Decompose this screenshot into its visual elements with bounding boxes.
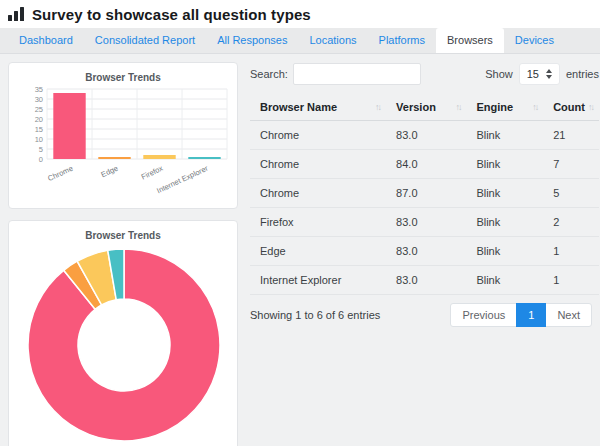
page-title: Survey to showcase all question types bbox=[32, 6, 311, 23]
sort-arrows-icon[interactable]: ↑↓ bbox=[588, 102, 599, 112]
column-label: Browser Name bbox=[260, 101, 337, 113]
table-cell: 21 bbox=[543, 121, 599, 150]
svg-text:20: 20 bbox=[35, 115, 43, 124]
previous-page-button[interactable]: Previous bbox=[450, 303, 517, 327]
tab-all-responses[interactable]: All Responses bbox=[206, 28, 298, 53]
show-label: Show bbox=[485, 68, 513, 80]
table-cell: 87.0 bbox=[386, 179, 466, 208]
bar-chart-card: Browser Trends 05101520253035ChromeEdgeF… bbox=[8, 62, 238, 209]
table-cell: Blink bbox=[466, 179, 543, 208]
sort-arrows-icon[interactable]: ↑↓ bbox=[532, 102, 543, 112]
column-header-browser-name[interactable]: Browser Name↑↓ bbox=[250, 94, 386, 121]
tab-bar: DashboardConsolidated ReportAll Response… bbox=[0, 28, 600, 54]
tab-platforms[interactable]: Platforms bbox=[368, 28, 436, 53]
table-cell: 84.0 bbox=[386, 150, 466, 179]
svg-text:15: 15 bbox=[35, 125, 43, 134]
svg-text:Edge: Edge bbox=[100, 164, 120, 180]
table-cell: Chrome bbox=[250, 150, 386, 179]
browser-trends-donut-chart bbox=[17, 243, 231, 446]
sort-arrows-icon[interactable]: ↑↓ bbox=[375, 102, 386, 112]
column-header-version[interactable]: Version↑↓ bbox=[386, 94, 466, 121]
table-cell: Blink bbox=[466, 237, 543, 266]
table-cell: Blink bbox=[466, 266, 543, 295]
content-area: Browser Trends 05101520253035ChromeEdgeF… bbox=[0, 54, 600, 446]
search-group: Search: bbox=[250, 63, 421, 85]
table-cell: 2 bbox=[543, 208, 599, 237]
table-footer: Showing 1 to 6 of 6 entries Previous 1 N… bbox=[250, 303, 599, 327]
table-cell: Internet Explorer bbox=[250, 266, 386, 295]
donut-chart-title: Browser Trends bbox=[17, 230, 229, 241]
tab-dashboard[interactable]: Dashboard bbox=[8, 28, 84, 53]
svg-text:Firefox: Firefox bbox=[140, 164, 165, 182]
table-row: Firefox83.0Blink2 bbox=[250, 208, 599, 237]
svg-text:30: 30 bbox=[35, 95, 43, 104]
tab-locations[interactable]: Locations bbox=[298, 28, 367, 53]
table-cell: 1 bbox=[543, 266, 599, 295]
tab-consolidated-report[interactable]: Consolidated Report bbox=[84, 28, 206, 53]
table-row: Chrome87.0Blink5 bbox=[250, 179, 599, 208]
bar-chart-title: Browser Trends bbox=[17, 72, 229, 83]
app-window: Survey to showcase all question types Da… bbox=[0, 0, 600, 446]
table-row: Chrome84.0Blink7 bbox=[250, 150, 599, 179]
table-cell: 1 bbox=[543, 237, 599, 266]
table-cell: Firefox bbox=[250, 208, 386, 237]
column-header-engine[interactable]: Engine↑↓ bbox=[466, 94, 543, 121]
tab-devices[interactable]: Devices bbox=[504, 28, 565, 53]
pagination: Previous 1 Next bbox=[450, 303, 592, 327]
table-cell: Edge bbox=[250, 237, 386, 266]
table-row: Internet Explorer83.0Blink1 bbox=[250, 266, 599, 295]
column-label: Version bbox=[396, 101, 436, 113]
table-cell: 7 bbox=[543, 150, 599, 179]
table-header-row: Browser Name↑↓Version↑↓Engine↑↓Count↑↓ bbox=[250, 94, 599, 121]
svg-text:35: 35 bbox=[35, 85, 43, 94]
table-info: Showing 1 to 6 of 6 entries bbox=[250, 309, 380, 321]
page-1-button[interactable]: 1 bbox=[516, 303, 546, 327]
entries-label: entries bbox=[566, 68, 599, 80]
svg-text:0: 0 bbox=[39, 155, 43, 164]
table-row: Edge83.0Blink1 bbox=[250, 237, 599, 266]
sort-arrows-icon[interactable]: ↑↓ bbox=[455, 102, 466, 112]
header: Survey to showcase all question types bbox=[0, 0, 600, 28]
donut-chart-card: Browser Trends bbox=[8, 220, 238, 446]
table-cell: 83.0 bbox=[386, 237, 466, 266]
svg-text:5: 5 bbox=[39, 145, 43, 154]
browsers-table: Browser Name↑↓Version↑↓Engine↑↓Count↑↓ C… bbox=[250, 94, 599, 295]
table-cell: Blink bbox=[466, 121, 543, 150]
svg-text:25: 25 bbox=[35, 105, 43, 114]
table-row: Chrome83.0Blink21 bbox=[250, 121, 599, 150]
table-cell: Chrome bbox=[250, 121, 386, 150]
page-size-group: Show 15 entries bbox=[485, 63, 599, 85]
column-label: Count bbox=[553, 101, 585, 113]
table-cell: Blink bbox=[466, 208, 543, 237]
charts-column: Browser Trends 05101520253035ChromeEdgeF… bbox=[0, 54, 246, 446]
table-controls: Search: Show 15 entries bbox=[250, 62, 599, 86]
table-section: Search: Show 15 entries Browser Name↑↓Ve… bbox=[246, 54, 600, 446]
svg-text:Internet Explorer: Internet Explorer bbox=[155, 163, 210, 195]
search-input[interactable] bbox=[293, 63, 421, 85]
select-arrows-icon bbox=[546, 69, 552, 79]
column-header-count[interactable]: Count↑↓ bbox=[543, 94, 599, 121]
column-label: Engine bbox=[476, 101, 513, 113]
bar-chart-icon bbox=[8, 7, 24, 21]
table-cell: 83.0 bbox=[386, 121, 466, 150]
search-label: Search: bbox=[250, 68, 288, 80]
next-page-button[interactable]: Next bbox=[545, 303, 592, 327]
browser-trends-bar-chart: 05101520253035ChromeEdgeFirefoxInternet … bbox=[17, 85, 231, 197]
table-cell: 83.0 bbox=[386, 266, 466, 295]
table-cell: Blink bbox=[466, 150, 543, 179]
table-cell: Chrome bbox=[250, 179, 386, 208]
svg-text:10: 10 bbox=[35, 135, 43, 144]
table-cell: 83.0 bbox=[386, 208, 466, 237]
tab-browsers[interactable]: Browsers bbox=[436, 28, 504, 53]
table-cell: 5 bbox=[543, 179, 599, 208]
page-size-select[interactable]: 15 bbox=[519, 63, 560, 85]
svg-text:Chrome: Chrome bbox=[46, 164, 74, 183]
page-size-value: 15 bbox=[527, 68, 539, 80]
